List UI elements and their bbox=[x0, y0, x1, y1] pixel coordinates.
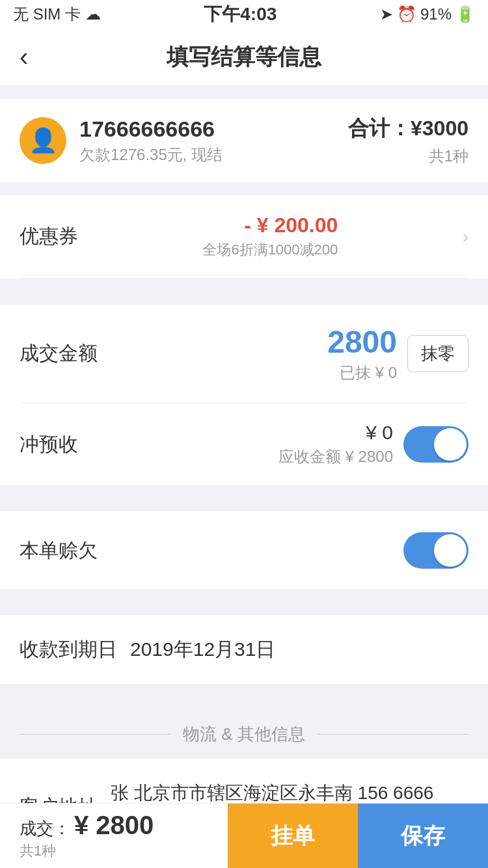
bottom-deal-row: 成交： ¥ 2800 bbox=[20, 811, 208, 840]
coupon-row[interactable]: 优惠券 - ¥ 200.00 全场6折满1000减200 › bbox=[20, 195, 468, 278]
prepay-toggle[interactable] bbox=[403, 426, 468, 463]
bottom-deal-label: 成交： bbox=[20, 817, 70, 840]
divider-2 bbox=[0, 278, 488, 292]
user-total: 合计：¥3000 共1种 bbox=[348, 115, 468, 167]
coupon-value: - ¥ 200.00 bbox=[202, 213, 338, 237]
due-value: 2019年12月31日 bbox=[130, 636, 275, 663]
bottom-deal-amount: ¥ 2800 bbox=[74, 811, 154, 840]
location-icon: ➤ bbox=[380, 5, 393, 23]
prepay-amount: ¥ 0 bbox=[278, 422, 393, 444]
total-count: 共1种 bbox=[348, 146, 468, 167]
page-title: 填写结算等信息 bbox=[167, 42, 321, 72]
alarm-icon: ⏰ bbox=[397, 5, 416, 23]
prepay-row: 冲预收 ¥ 0 应收金额 ¥ 2800 bbox=[20, 403, 468, 485]
credit-row: 本单赊欠 bbox=[20, 511, 468, 590]
coupon-desc: 全场6折满1000减200 bbox=[202, 240, 338, 260]
battery-level: 91% bbox=[420, 5, 452, 23]
deal-amount-value-group: 2800 已抹 ¥ 0 bbox=[327, 324, 397, 383]
divider-4 bbox=[0, 590, 488, 603]
avatar-icon: 👤 bbox=[29, 127, 58, 154]
prepay-value-group: ¥ 0 应收金额 ¥ 2800 bbox=[278, 422, 393, 467]
credit-toggle-knob bbox=[434, 534, 467, 567]
deal-amount-sub: 已抹 ¥ 0 bbox=[327, 362, 397, 383]
user-info-left: 👤 17666666666 欠款1276.35元, 现结 bbox=[20, 116, 223, 165]
status-time: 下午4:03 bbox=[204, 2, 277, 27]
user-phone: 17666666666 bbox=[79, 116, 223, 142]
sim-status: 无 SIM 卡 ☁ bbox=[13, 4, 101, 25]
avatar: 👤 bbox=[20, 117, 66, 164]
due-label: 收款到期日 bbox=[20, 636, 117, 663]
total-amount: 合计：¥3000 bbox=[348, 115, 468, 143]
divider-3 bbox=[0, 485, 488, 498]
user-sub-text: 欠款1276.35元, 现结 bbox=[79, 144, 223, 165]
deal-amount-row: 成交金额 2800 已抹 ¥ 0 抹零 bbox=[20, 305, 468, 403]
status-bar: 无 SIM 卡 ☁ 下午4:03 ➤ ⏰ 91% 🔋 bbox=[0, 0, 488, 29]
coupon-section: 优惠券 - ¥ 200.00 全场6折满1000减200 › bbox=[0, 195, 488, 278]
deal-amount-label: 成交金额 bbox=[20, 340, 98, 367]
hold-button[interactable]: 挂单 bbox=[228, 804, 358, 869]
prepay-toggle-knob bbox=[434, 428, 467, 461]
due-date-row: 收款到期日 2019年12月31日 bbox=[20, 616, 468, 684]
logistics-line-left bbox=[20, 734, 170, 735]
prepay-label: 冲预收 bbox=[20, 431, 78, 458]
coupon-chevron-icon: › bbox=[463, 226, 468, 247]
coupon-label: 优惠券 bbox=[20, 223, 78, 250]
deal-amount-right: 2800 已抹 ¥ 0 抹零 bbox=[327, 324, 468, 383]
divider-1 bbox=[0, 182, 488, 195]
credit-toggle[interactable] bbox=[403, 532, 468, 569]
deal-amount-value: 2800 bbox=[327, 324, 397, 360]
battery-icon: 🔋 bbox=[455, 5, 475, 23]
credit-section: 本单赊欠 bbox=[0, 511, 488, 590]
bottom-bar: 成交： ¥ 2800 共1种 挂单 保存 bbox=[0, 803, 488, 868]
page-header: ‹ 填写结算等信息 bbox=[0, 29, 488, 86]
round-button[interactable]: 抹零 bbox=[407, 335, 468, 372]
divider-5 bbox=[0, 684, 488, 697]
amount-section: 成交金额 2800 已抹 ¥ 0 抹零 冲预收 ¥ 0 应收金额 ¥ 2800 bbox=[0, 305, 488, 485]
user-details: 17666666666 欠款1276.35元, 现结 bbox=[79, 116, 223, 165]
bottom-info: 成交： ¥ 2800 共1种 bbox=[0, 811, 228, 861]
back-button[interactable]: ‹ bbox=[20, 42, 28, 72]
status-left: 无 SIM 卡 ☁ bbox=[13, 4, 101, 25]
logistics-label: 物流 & 其他信息 bbox=[183, 723, 305, 746]
prepay-sub: 应收金额 ¥ 2800 bbox=[278, 446, 393, 467]
prepay-right: ¥ 0 应收金额 ¥ 2800 bbox=[278, 422, 468, 467]
save-button[interactable]: 保存 bbox=[358, 804, 488, 869]
logistics-line-right bbox=[318, 734, 468, 735]
status-right: ➤ ⏰ 91% 🔋 bbox=[380, 5, 475, 23]
bottom-count: 共1种 bbox=[20, 841, 208, 861]
due-section: 收款到期日 2019年12月31日 bbox=[0, 616, 488, 684]
user-card: 👤 17666666666 欠款1276.35元, 现结 合计：¥3000 共1… bbox=[0, 99, 488, 182]
credit-label: 本单赊欠 bbox=[20, 537, 98, 564]
coupon-right: - ¥ 200.00 全场6折满1000减200 bbox=[202, 213, 338, 260]
logistics-header: 物流 & 其他信息 bbox=[0, 710, 488, 759]
